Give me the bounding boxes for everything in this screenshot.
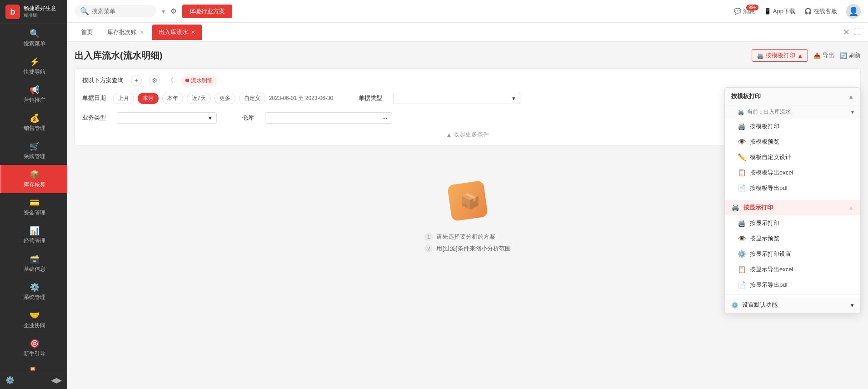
chip-last-month[interactable]: 上月 (113, 93, 134, 104)
app-version: 标准版 (24, 12, 56, 19)
display-excel-icon: 📋 (738, 265, 746, 274)
display-preview-label: 按显示预览 (750, 234, 854, 243)
dropdown-display-preview[interactable]: 👁️ 按显示预览 (725, 231, 860, 246)
dropdown-template-excel[interactable]: 📋 按模板导出excel (725, 165, 860, 180)
page-title: 出入库流水(流水明细) (75, 50, 162, 62)
sidebar-item-sales[interactable]: 💰 销售管理 (0, 109, 67, 137)
sidebar-item-finance[interactable]: 💳 资金管理 (0, 193, 67, 221)
sidebar-item-operation[interactable]: 📊 经营管理 (0, 221, 67, 249)
sidebar-item-appstore[interactable]: 🏪 应用中心 (0, 362, 67, 371)
trial-button[interactable]: 体验行业方案 (182, 5, 232, 18)
dropdown-display-excel[interactable]: 📋 按显示导出excel (725, 262, 860, 277)
dropdown-template-preview[interactable]: 👁️ 按模板预览 (725, 134, 860, 150)
filter-type-select[interactable]: ▾ (393, 93, 520, 104)
user-avatar[interactable]: 👤 (846, 4, 861, 19)
tab-flow[interactable]: 出入库流水 ✕ (152, 25, 202, 40)
dropdown-template-customize[interactable]: ✏️ 模板自定义设计 (725, 150, 860, 165)
display-pdf-label: 按显示导出pdf (750, 281, 854, 289)
filter-warehouse-label: 仓库 (242, 114, 254, 122)
sidebar-item-system[interactable]: ⚙️ 系统管理 (0, 278, 67, 306)
template-excel-label: 按模板导出excel (750, 169, 854, 177)
dropdown-close-chevron[interactable]: ▲ (848, 93, 854, 100)
sidebar-item-label: 快捷导航 (24, 68, 45, 76)
filter-settings-icon[interactable]: ⚙ (149, 75, 160, 86)
sidebar-item-label: 新手引导 (24, 350, 45, 358)
sidebar-item-inventory[interactable]: 📦 库存核算 (0, 165, 67, 193)
dropdown-template-print[interactable]: 🖨️ 按模板打印 (725, 119, 860, 134)
topbar-messages[interactable]: 💬 消息 99+ (734, 7, 755, 15)
template-print-button[interactable]: 🖨️ 按模板打印 ▲ (752, 49, 808, 62)
topbar-search-box[interactable]: 🔍 (75, 5, 156, 17)
inventory-icon: 📦 (30, 170, 40, 180)
system-icon: ⚙️ (30, 282, 40, 292)
topbar-search-chevron[interactable]: ▾ (162, 8, 165, 15)
topbar-settings-icon[interactable]: ⚙ (170, 7, 177, 15)
tab-home[interactable]: 首页 (75, 25, 99, 40)
topbar-app-download[interactable]: 📱 App下载 (764, 7, 795, 15)
export-button[interactable]: 📤 导出 (813, 51, 834, 60)
sidebar-item-label: 系统管理 (24, 294, 45, 301)
template-customize-icon: ✏️ (738, 153, 746, 161)
chip-custom[interactable]: 自定义 (239, 93, 265, 104)
quick-icon: ⚡ (30, 57, 40, 67)
filter-top-row: 按以下方案查询 + ⚙ 《 流水明细 (82, 75, 853, 86)
tab-batch-close[interactable]: ✕ (140, 29, 144, 35)
app-label: App下载 (773, 7, 795, 15)
chip-this-year[interactable]: 本年 (162, 93, 183, 104)
sidebar-item-search[interactable]: 🔍 搜索菜单 (0, 24, 67, 52)
sidebar-item-basic[interactable]: 🗃️ 基础信息 (0, 249, 67, 278)
dropdown-footer[interactable]: ⚙️ 设置默认功能 ▾ (725, 297, 860, 313)
export-label: 导出 (823, 51, 834, 60)
settings-bottom-icon[interactable]: ⚙️ (5, 376, 15, 384)
chip-more[interactable]: 更多 (215, 93, 235, 104)
tab-flow-close[interactable]: ✕ (191, 29, 195, 35)
tab-batch[interactable]: 库存批次账 ✕ (101, 25, 150, 40)
active-filter-tag: 流水明细 (181, 75, 217, 86)
sidebar-item-label: 营销推广 (24, 96, 45, 104)
filter-scheme-label: 按以下方案查询 (82, 76, 124, 85)
sidebar-item-quick[interactable]: ⚡ 快捷导航 (0, 52, 67, 80)
refresh-button[interactable]: 🔄 刷新 (840, 51, 861, 60)
dropdown-title: 按模板打印 (731, 92, 761, 100)
filter-date-label: 单据日期 (82, 94, 106, 102)
template-pdf-icon: 📄 (738, 184, 746, 192)
dropdown-display-print-header[interactable]: 🖨️ 按显示打印 ▲ (725, 200, 860, 215)
template-customize-label: 模板自定义设计 (750, 153, 854, 161)
dropdown-display-print[interactable]: 🖨️ 按显示打印 (725, 215, 860, 231)
empty-tip-1: 1 请先选择要分析的方案 (424, 233, 510, 241)
sidebar-logo: b 畅捷通好生意 标准版 (0, 0, 67, 24)
topbar-search-input[interactable] (92, 8, 146, 15)
sidebar-bottom: ⚙️ ◀▶ (0, 371, 67, 389)
sidebar-item-coop[interactable]: 🤝 企业协同 (0, 306, 67, 334)
app-name: 畅捷通好生意 (24, 5, 56, 12)
template-print-label: 按模板打印 (750, 122, 854, 130)
filter-warehouse-select[interactable]: ··· (265, 112, 392, 124)
filter-tag-dot (185, 79, 189, 82)
dropdown-display-print-settings[interactable]: ⚙️ 按显示打印设置 (725, 246, 860, 262)
sidebar-item-purchase[interactable]: 🛒 采购管理 (0, 137, 67, 165)
chip-this-month[interactable]: 本月 (138, 93, 159, 104)
topbar-service[interactable]: 🎧 在线客服 (804, 7, 837, 15)
dropdown-separator (725, 198, 860, 198)
collapse-sidebar-icon[interactable]: ◀▶ (51, 376, 62, 384)
close-tab-button[interactable]: ✕ (843, 27, 850, 37)
expand-tab-button[interactable]: ⛶ (853, 28, 861, 36)
collapse-label: 收起更多条件 (454, 130, 489, 139)
sidebar-item-marketing[interactable]: 📢 营销推广 (0, 80, 67, 109)
display-print-label: 按显示打印 (750, 219, 854, 227)
sidebar-item-label: 经营管理 (24, 237, 45, 245)
current-label: 当前：出入库流水 (747, 108, 791, 116)
filter-add-button[interactable]: + (131, 75, 142, 86)
main-area: 🔍 ▾ ⚙ 体验行业方案 💬 消息 99+ 📱 App下载 🎧 在线客服 👤 (67, 0, 868, 389)
print-dropdown-panel: 按模板打印 ▲ 🖨️ 当前：出入库流水 ▾ 🖨️ 按模板打印 👁️ 按模板预览 … (724, 87, 861, 313)
dropdown-template-pdf[interactable]: 📄 按模板导出pdf (725, 180, 860, 196)
dropdown-display-pdf[interactable]: 📄 按显示导出pdf (725, 277, 860, 293)
footer-chevron: ▾ (851, 302, 854, 309)
filter-biz-select[interactable]: ▾ (117, 112, 217, 124)
filter-collapse-icon[interactable]: 《 (167, 76, 174, 85)
coop-icon: 🤝 (30, 310, 40, 320)
chip-7days[interactable]: 近7天 (187, 93, 211, 104)
sidebar-item-label: 企业协同 (24, 322, 45, 329)
tabbar-actions: ✕ ⛶ (843, 27, 861, 37)
sidebar-item-guide[interactable]: 🎯 新手引导 (0, 334, 67, 362)
